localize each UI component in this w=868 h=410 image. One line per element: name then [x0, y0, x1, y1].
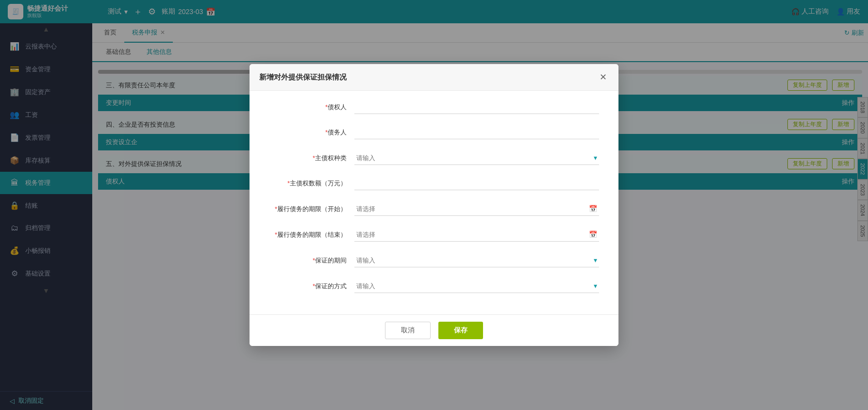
guarantee-period-label: *保证的期间 — [269, 256, 347, 265]
modal-title: 新增对外提供保证担保情况 — [259, 73, 347, 82]
cancel-button[interactable]: 取消 — [385, 322, 431, 339]
guarantee-period-input[interactable] — [356, 257, 594, 264]
save-button[interactable]: 保存 — [438, 322, 483, 339]
guarantee-period-label-text: 保证的期间 — [315, 257, 347, 264]
form-row-creditor: *债权人 — [269, 100, 599, 114]
claim-amount-input[interactable] — [354, 177, 599, 190]
debtor-input[interactable] — [354, 126, 599, 139]
form-row-claim-type: *主债权种类 ▾ — [269, 151, 599, 165]
modal-close-button[interactable]: ✕ — [598, 72, 609, 82]
modal-footer: 取消 保存 — [250, 314, 618, 346]
period-start-calendar-icon: 📅 — [589, 205, 597, 213]
claim-amount-label: *主债权数额（万元） — [269, 179, 347, 188]
period-start-label: *履行债务的期限（开始） — [269, 205, 347, 213]
guarantee-method-label: *保证的方式 — [269, 282, 347, 291]
claim-type-label-text: 主债权种类 — [315, 154, 347, 162]
guarantee-method-select-row[interactable]: ▾ — [354, 279, 599, 293]
guarantee-method-label-text: 保证的方式 — [315, 282, 347, 290]
period-start-label-text: 履行债务的期限（开始） — [277, 205, 347, 213]
period-end-calendar-icon: 📅 — [589, 230, 597, 238]
debtor-label: *债务人 — [269, 128, 347, 137]
guarantee-method-arrow-icon: ▾ — [594, 282, 597, 290]
form-row-period-start: *履行债务的期限（开始） 📅 — [269, 202, 599, 216]
period-end-label-text: 履行债务的期限（结束） — [277, 231, 347, 238]
guarantee-method-input[interactable] — [356, 282, 594, 290]
claim-type-select-row[interactable]: ▾ — [354, 151, 599, 165]
period-start-input[interactable] — [356, 205, 589, 213]
claim-type-label: *主债权种类 — [269, 154, 347, 163]
period-start-date-row[interactable]: 📅 — [354, 202, 599, 216]
guarantee-period-arrow-icon: ▾ — [594, 256, 597, 264]
form-row-period-end: *履行债务的期限（结束） 📅 — [269, 228, 599, 242]
modal-overlay: 新增对外提供保证担保情况 ✕ *债权人 *债务人 * — [0, 0, 868, 410]
period-end-date-row[interactable]: 📅 — [354, 228, 599, 242]
form-row-guarantee-period: *保证的期间 ▾ — [269, 253, 599, 267]
creditor-label: *债权人 — [269, 103, 347, 112]
form-row-guarantee-method: *保证的方式 ▾ — [269, 279, 599, 293]
modal-body: *债权人 *债务人 *主债权种类 ▾ — [250, 91, 618, 314]
debtor-label-text: 债务人 — [328, 129, 347, 136]
creditor-label-text: 债权人 — [328, 103, 347, 111]
period-end-label: *履行债务的期限（结束） — [269, 230, 347, 239]
claim-type-input[interactable] — [356, 154, 594, 162]
period-end-input[interactable] — [356, 231, 589, 238]
guarantee-period-select-row[interactable]: ▾ — [354, 253, 599, 267]
form-row-claim-amount: *主债权数额（万元） — [269, 177, 599, 190]
form-row-debtor: *债务人 — [269, 126, 599, 139]
modal-header: 新增对外提供保证担保情况 ✕ — [250, 64, 618, 91]
modal-dialog: 新增对外提供保证担保情况 ✕ *债权人 *债务人 * — [250, 64, 618, 346]
claim-type-arrow-icon: ▾ — [594, 154, 597, 162]
claim-amount-label-text: 主债权数额（万元） — [290, 180, 347, 187]
creditor-input[interactable] — [354, 100, 599, 114]
